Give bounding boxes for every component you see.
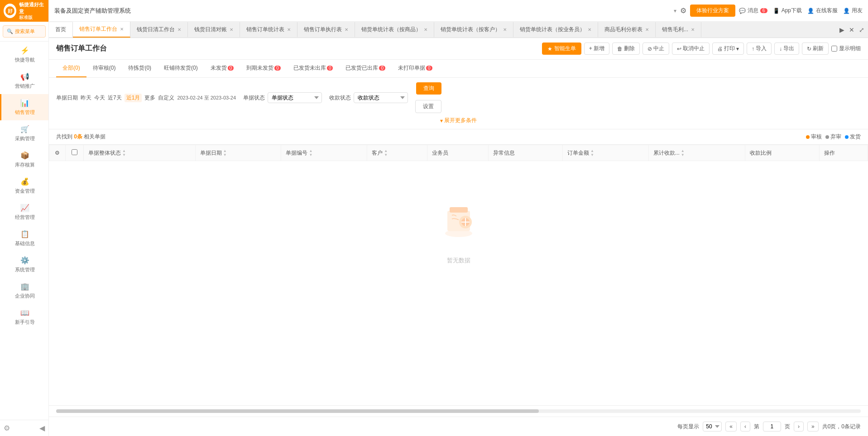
status-select[interactable]: 单据状态	[268, 92, 322, 103]
expand-filter-btn[interactable]: ▾ 展开更多条件	[440, 117, 477, 124]
per-page-select[interactable]: 50	[703, 422, 722, 431]
first-page-btn[interactable]: «	[725, 422, 737, 431]
sidebar-item-quick-nav[interactable]: ⚡ 快捷导航	[0, 42, 48, 68]
refresh-btn[interactable]: ↻ 刷新	[802, 43, 829, 55]
tab-close-sales-stats[interactable]: ✕	[287, 27, 291, 32]
date-option-more[interactable]: 更多	[144, 94, 155, 102]
tab-close-cash-reconcile[interactable]: ✕	[230, 27, 233, 32]
tab-close-cash-daily[interactable]: ✕	[177, 27, 181, 32]
top-header: 装备及固定资产辅助管理系统 ▾ ⚙ 体验行业方案 💬 消息 6 📱 App下载 …	[49, 0, 868, 22]
header-settings-icon[interactable]: ⚙	[680, 6, 686, 15]
filter-payment: 收款状态 收款状态	[329, 92, 408, 103]
select-all-checkbox[interactable]	[72, 149, 77, 155]
sub-tab-wangpu-pending[interactable]: 旺铺待发货(0)	[158, 60, 204, 77]
sidebar-item-finance[interactable]: 💰 资金管理	[0, 173, 48, 199]
unreviewed-btn[interactable]: 弃审	[825, 133, 841, 141]
sidebar-item-enterprise[interactable]: 🏢 企业协同	[0, 278, 48, 304]
tab-home[interactable]: 首页	[49, 22, 73, 37]
tab-close-sales-summary-staff[interactable]: ✕	[588, 27, 591, 32]
user-btn[interactable]: 👤 用友	[843, 7, 863, 14]
sub-tab-pending-review[interactable]: 待审核(0)	[86, 60, 122, 77]
sidebar-item-purchase[interactable]: 🛒 采购管理	[0, 120, 48, 147]
tab-cash-daily[interactable]: 钱货日清工作台 ✕	[130, 22, 188, 37]
tab-sales-summary-staff[interactable]: 销货单统计表（按业务员） ✕	[513, 22, 598, 37]
print-btn[interactable]: 🖨 打印 ▾	[712, 43, 744, 55]
sub-tab-not-printed[interactable]: 未打印单据0	[392, 60, 439, 77]
date-sort-icon[interactable]: ▲▼	[223, 149, 227, 157]
scrollbar-thumb[interactable]	[56, 409, 539, 413]
review-btn[interactable]: 审核	[806, 133, 822, 141]
enterprise-icon: 🏢	[20, 282, 29, 291]
number-sort-icon[interactable]: ▲▼	[309, 149, 312, 157]
sidebar-collapse-btn[interactable]: ◀	[39, 424, 45, 432]
app-download-btn[interactable]: 📱 App下载	[773, 7, 802, 14]
date-option-custom[interactable]: 自定义	[158, 94, 174, 102]
sidebar-item-inventory[interactable]: 📦 库存核算	[0, 147, 48, 173]
tab-sales-workbench[interactable]: 销售订单工作台 ✕	[73, 22, 130, 38]
collected-sort-icon[interactable]: ▲▼	[681, 149, 685, 157]
toolbar-right: 审核 弃审 发货	[806, 133, 861, 141]
tab-sales-exec[interactable]: 销售订单执行表 ✕	[297, 22, 355, 37]
stop-btn[interactable]: ⊘ 中止	[643, 43, 669, 55]
sub-tab-shipped-out[interactable]: 已发货已出库0	[339, 60, 392, 77]
sub-tab-overdue-not-shipped[interactable]: 到期未发货0	[240, 60, 287, 77]
import-btn[interactable]: ↑ 导入	[747, 43, 772, 55]
add-btn[interactable]: + 新增	[584, 43, 609, 55]
prev-page-btn[interactable]: ‹	[740, 422, 750, 431]
smart-order-btn[interactable]: ★ 智能生单	[542, 43, 581, 55]
show-detail-checkbox[interactable]	[831, 46, 837, 52]
tab-sales-summary-product[interactable]: 销货单统计表（按商品） ✕	[355, 22, 434, 37]
sub-tab-all[interactable]: 全部(0)	[56, 60, 86, 77]
ship-btn[interactable]: 发货	[845, 133, 861, 141]
sidebar-item-sales[interactable]: 📊 销售管理	[0, 94, 48, 120]
header-actions: 💬 消息 6 📱 App下载 👤 在线客服 👤 用友	[739, 7, 863, 14]
export-btn[interactable]: ↓ 导出	[774, 43, 799, 55]
tab-close-sales-more[interactable]: ✕	[691, 27, 695, 32]
sidebar-item-marketing[interactable]: 📢 营销推广	[0, 68, 48, 94]
sub-tab-not-shipped[interactable]: 未发货0	[204, 60, 240, 77]
tab-close-sales-exec[interactable]: ✕	[345, 27, 348, 32]
amount-sort-icon[interactable]: ▲▼	[590, 149, 594, 157]
last-page-btn[interactable]: »	[807, 422, 819, 431]
tab-sales-stats[interactable]: 销售订单统计表 ✕	[240, 22, 297, 37]
filter-settings-btn[interactable]: 设置	[415, 100, 441, 113]
tab-maximize-btn[interactable]: ⤢	[857, 24, 866, 35]
tab-close-gross-profit[interactable]: ✕	[645, 27, 649, 32]
search-menu-button[interactable]: 🔍 搜索菜单	[3, 25, 46, 38]
system-dropdown-icon[interactable]: ▾	[674, 8, 676, 14]
tab-sales-summary-customer[interactable]: 销货单统计表（按客户） ✕	[434, 22, 513, 37]
date-option-yesterday[interactable]: 昨天	[81, 94, 91, 102]
sidebar-item-system[interactable]: ⚙️ 系统管理	[0, 251, 48, 278]
message-btn[interactable]: 💬 消息 6	[739, 7, 767, 14]
status-sort-icon[interactable]: ▲▼	[122, 149, 126, 157]
svg-rect-4	[450, 207, 468, 213]
tab-cash-reconcile[interactable]: 钱货日清对账 ✕	[188, 22, 240, 37]
tab-close-all-btn[interactable]: ✕	[847, 24, 856, 35]
col-header-check[interactable]	[66, 145, 84, 161]
query-btn[interactable]: 查询	[416, 82, 441, 95]
date-option-7days[interactable]: 近7天	[108, 94, 122, 102]
next-page-btn[interactable]: ›	[794, 422, 804, 431]
date-option-today[interactable]: 今天	[94, 94, 105, 102]
sub-tab-pending-inspect[interactable]: 待拣货(0)	[122, 60, 158, 77]
tab-close-sales-summary-product[interactable]: ✕	[424, 27, 427, 32]
payment-select[interactable]: 收款状态	[354, 92, 408, 103]
page-input[interactable]	[763, 422, 781, 431]
date-option-1month[interactable]: 近1月	[125, 94, 142, 102]
sidebar-item-guide[interactable]: 📖 新手引导	[0, 304, 48, 330]
delete-btn[interactable]: 🗑 删除	[612, 43, 640, 55]
sidebar-settings-btn[interactable]: ⚙	[4, 424, 10, 432]
col-header-settings[interactable]: ⚙	[49, 145, 66, 161]
industry-btn[interactable]: 体验行业方案	[690, 5, 735, 17]
cancel-stop-btn[interactable]: ↩ 取消中止	[672, 43, 710, 55]
sidebar-item-operations[interactable]: 📈 经营管理	[0, 199, 48, 225]
sidebar-item-basic-info[interactable]: 📋 基础信息	[0, 225, 48, 251]
tab-gross-profit[interactable]: 商品毛利分析表 ✕	[598, 22, 656, 37]
tab-close-sales-summary-customer[interactable]: ✕	[503, 27, 507, 32]
tab-scroll-right-btn[interactable]: ▶	[838, 24, 846, 35]
sub-tab-shipped-not-out[interactable]: 已发货未出库0	[287, 60, 340, 77]
online-service-btn[interactable]: 👤 在线客服	[807, 7, 838, 14]
tab-close-sales-workbench[interactable]: ✕	[120, 27, 124, 32]
tab-sales-more[interactable]: 销售毛利... ✕	[656, 22, 701, 37]
customer-sort-icon[interactable]: ▲▼	[384, 149, 388, 157]
